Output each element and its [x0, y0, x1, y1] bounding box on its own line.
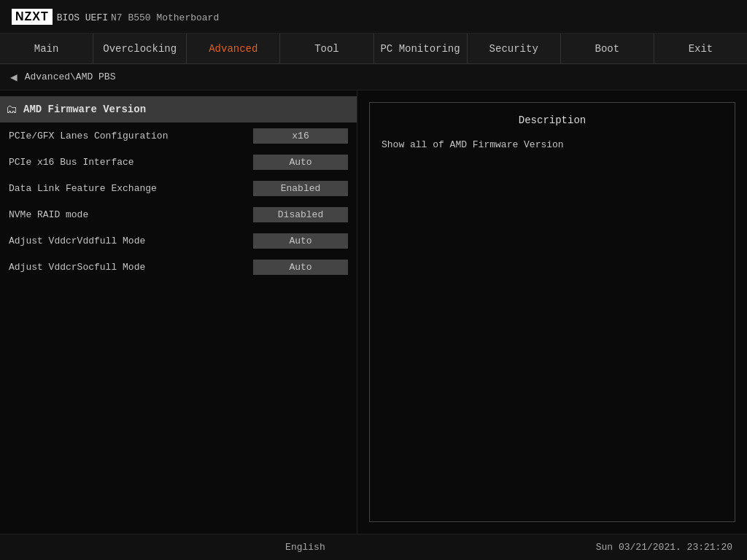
setting-label-data-link: Data Link Feature Exchange: [9, 183, 253, 194]
description-title: Description: [382, 114, 723, 126]
settings-header-row[interactable]: 🗂 AMD Firmware Version: [0, 96, 357, 122]
nav-tab-security[interactable]: Security: [468, 34, 561, 63]
logo-bios: BIOS UEFI: [57, 12, 108, 23]
nav-tab-tool[interactable]: Tool: [280, 34, 374, 63]
setting-row-pcie-gfx[interactable]: PCIe/GFX Lanes Configurationx16: [0, 122, 357, 149]
setting-label-vddcrsocfull: Adjust VddcrSocfull Mode: [9, 262, 253, 273]
setting-value-pcie-gfx[interactable]: x16: [253, 128, 348, 144]
status-datetime: Sun 03/21/2021. 23:21:20: [596, 542, 732, 553]
logo: NZXT BIOS UEFI N7 B550 Motherboard: [12, 9, 219, 25]
settings-header-title: AMD Firmware Version: [23, 104, 146, 115]
setting-row-vddcrsocfull[interactable]: Adjust VddcrSocfull ModeAuto: [0, 254, 357, 280]
description-box: Description Show all of AMD Firmware Ver…: [369, 102, 735, 522]
setting-row-nvme-raid[interactable]: NVMe RAID modeDisabled: [0, 201, 357, 228]
description-panel: Description Show all of AMD Firmware Ver…: [357, 90, 747, 534]
main-content: 🗂 AMD Firmware Version PCIe/GFX Lanes Co…: [0, 90, 747, 534]
setting-value-pcie-x16[interactable]: Auto: [253, 155, 348, 170]
navigation-bar: MainOverclockingAdvancedToolPC Monitorin…: [0, 34, 747, 64]
header-bar: NZXT BIOS UEFI N7 B550 Motherboard: [0, 0, 747, 34]
folder-icon: 🗂: [6, 103, 18, 117]
logo-nzxt: NZXT: [12, 9, 53, 25]
nav-tab-main[interactable]: Main: [0, 34, 93, 63]
nav-tab-advanced[interactable]: Advanced: [187, 34, 280, 63]
status-language: English: [15, 542, 596, 553]
setting-label-vddcrvddfull: Adjust VddcrVddfull Mode: [9, 236, 253, 246]
setting-row-data-link[interactable]: Data Link Feature ExchangeEnabled: [0, 175, 357, 201]
setting-value-vddcrvddfull[interactable]: Auto: [253, 233, 348, 249]
breadcrumb-text: Advanced\AMD PBS: [25, 71, 116, 82]
nav-tab-exit[interactable]: Exit: [654, 34, 747, 63]
setting-label-pcie-x16: PCIe x16 Bus Interface: [9, 157, 253, 168]
settings-panel: 🗂 AMD Firmware Version PCIe/GFX Lanes Co…: [0, 90, 357, 534]
setting-label-pcie-gfx: PCIe/GFX Lanes Configuration: [9, 131, 253, 141]
back-button[interactable]: ◀: [10, 70, 18, 85]
breadcrumb: ◀ Advanced\AMD PBS: [0, 64, 747, 90]
nav-tab-pc-monitoring[interactable]: PC Monitoring: [374, 34, 468, 63]
setting-row-vddcrvddfull[interactable]: Adjust VddcrVddfull ModeAuto: [0, 228, 357, 254]
description-text: Show all of AMD Firmware Version: [382, 138, 723, 152]
setting-value-data-link[interactable]: Enabled: [253, 181, 348, 196]
status-bar: English Sun 03/21/2021. 23:21:20: [0, 534, 747, 560]
nav-tab-overclocking[interactable]: Overclocking: [93, 34, 187, 63]
setting-label-nvme-raid: NVMe RAID mode: [9, 209, 253, 220]
settings-rows: PCIe/GFX Lanes Configurationx16PCIe x16 …: [0, 122, 357, 280]
logo-model: N7 B550 Motherboard: [111, 12, 219, 23]
nav-tab-boot[interactable]: Boot: [561, 34, 654, 63]
setting-value-vddcrsocfull[interactable]: Auto: [253, 260, 348, 275]
setting-value-nvme-raid[interactable]: Disabled: [253, 207, 348, 222]
setting-row-pcie-x16[interactable]: PCIe x16 Bus InterfaceAuto: [0, 149, 357, 175]
